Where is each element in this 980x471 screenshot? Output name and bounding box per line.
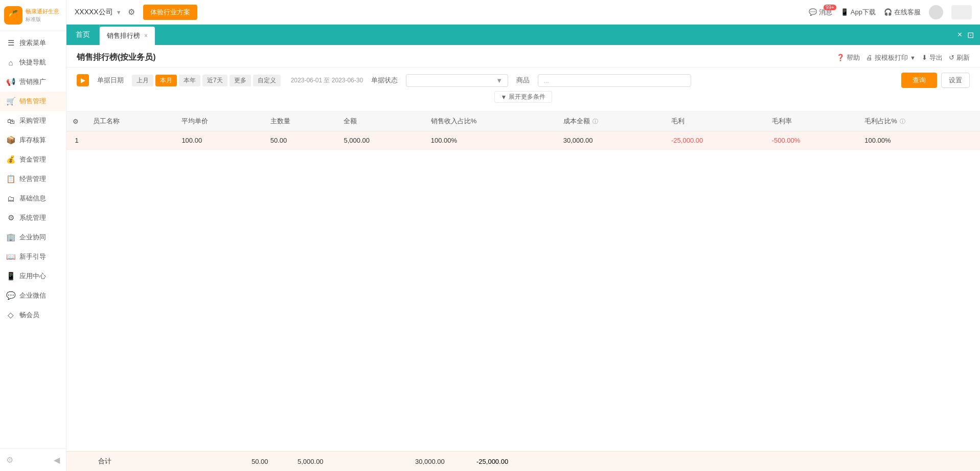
filter-toggle-btn[interactable]: ▶	[77, 74, 89, 86]
sidebar-label-search-order: 搜索菜单	[19, 38, 46, 48]
sidebar-item-app-center[interactable]: 📱应用中心	[0, 266, 66, 286]
export-btn[interactable]: ⬇ 导出	[922, 53, 943, 62]
goods-placeholder: ...	[543, 77, 549, 84]
query-btn[interactable]: 查询	[901, 73, 937, 88]
sidebar-icon-guide: 📖	[6, 252, 15, 261]
date-btn-prev-month[interactable]: 上月	[132, 75, 153, 86]
cost-info-icon: ⓘ	[592, 118, 598, 124]
service-label: 在线客服	[894, 8, 921, 17]
date-buttons: 上月 本月 本年 近7天 更多 自定义	[132, 75, 281, 86]
sidebar-icon-system: ⚙	[6, 213, 15, 222]
sidebar-icon-quick-nav: ⌂	[6, 58, 15, 67]
date-range: 2023-06-01 至 2023-06-30	[291, 76, 363, 85]
sidebar-item-search-order[interactable]: ☰搜索菜单	[0, 33, 66, 53]
sidebar-label-member: 畅会员	[19, 310, 39, 320]
sidebar-logo: 🍊 畅康通好生意 标准版	[0, 0, 66, 31]
sidebar-item-system[interactable]: ⚙系统管理	[0, 208, 66, 228]
app-icon: 📱	[840, 8, 849, 16]
th-avg-price: 平均单价	[175, 111, 264, 131]
table-footer: 合计 50.00 5,000.00 30,000.00 -25,000.00	[66, 451, 980, 471]
sidebar-label-basic-info: 基础信息	[19, 194, 46, 203]
cell-gross-rate: -500.00%	[766, 131, 859, 150]
date-btn-this-year[interactable]: 本年	[179, 75, 200, 86]
sidebar-item-inventory[interactable]: 📦库存核算	[0, 130, 66, 150]
tab-close-icon[interactable]: ×	[144, 32, 148, 39]
expand-btn[interactable]: ▼ 展开更多条件	[494, 91, 553, 103]
sidebar-icon-sales: 🛒	[6, 97, 15, 106]
th-name: 员工名称	[87, 111, 175, 131]
window-close-icon[interactable]: ×	[958, 30, 962, 39]
sidebar-item-operations[interactable]: 📋经营管理	[0, 169, 66, 189]
sidebar-item-member[interactable]: ◇畅会员	[0, 305, 66, 325]
service-btn[interactable]: 🎧 在线客服	[884, 8, 921, 17]
sidebar-icon-marketing: 📢	[6, 77, 15, 86]
th-settings[interactable]: ⚙	[66, 111, 87, 131]
company-selector[interactable]: XXXXX公司 ▼	[75, 8, 122, 17]
print-label: 按模板打印	[875, 53, 908, 62]
status-label: 单据状态	[371, 76, 398, 85]
sidebar-settings-icon[interactable]: ⚙	[6, 455, 13, 465]
refresh-btn[interactable]: ↺ 刷新	[949, 53, 970, 62]
th-qty: 主数量	[264, 111, 338, 131]
expand-row: ▼ 展开更多条件	[77, 88, 970, 106]
cell-gross-pct: 100.00%	[858, 131, 980, 150]
tab-active-label: 销售排行榜	[107, 31, 140, 40]
sidebar-item-enterprise[interactable]: 🏢企业协同	[0, 228, 66, 247]
table-container: ⚙ 员工名称 平均单价 主数量 全额 销售收入占比% 成本全额 ⓘ 毛利 毛利率…	[66, 111, 980, 451]
sidebar-icon-inventory: 📦	[6, 136, 15, 145]
th-total: 全额	[337, 111, 424, 131]
sidebar-item-purchase[interactable]: 🛍采购管理	[0, 111, 66, 130]
sidebar-label-system: 系统管理	[19, 213, 46, 222]
sidebar-collapse-icon[interactable]: ◀	[54, 455, 60, 465]
settings-btn[interactable]: 设置	[941, 73, 970, 88]
sidebar-item-finance[interactable]: 💰资金管理	[0, 150, 66, 169]
cell-total: 5,000.00	[337, 131, 424, 150]
gross-pct-info-icon: ⓘ	[900, 118, 905, 124]
tab-home[interactable]: 首页	[66, 25, 100, 45]
tab-home-label: 首页	[76, 30, 90, 39]
print-arrow-icon: ▼	[910, 55, 916, 61]
export-label: 导出	[929, 53, 943, 62]
sidebar-label-guide: 新手引导	[19, 252, 46, 261]
sidebar-footer: ⚙ ◀	[0, 448, 66, 471]
logo-icon: 🍊	[4, 6, 22, 25]
footer-qty: 50.00	[252, 458, 298, 465]
date-btn-this-month[interactable]: 本月	[155, 75, 177, 86]
sidebar-label-app-center: 应用中心	[19, 272, 46, 281]
help-btn[interactable]: ❓ 帮助	[836, 53, 860, 62]
app-label: App下载	[851, 8, 876, 17]
trial-btn[interactable]: 体验行业方案	[143, 5, 197, 20]
sidebar-item-quick-nav[interactable]: ⌂快捷导航	[0, 53, 66, 72]
footer-cells: 50.00 5,000.00 30,000.00 -25,000.00	[200, 458, 974, 465]
window-restore-icon[interactable]: ⊡	[967, 30, 974, 40]
user-avatar[interactable]	[929, 5, 943, 19]
date-btn-last7[interactable]: 近7天	[202, 75, 227, 86]
expand-icon: ▼	[501, 94, 507, 101]
cell-name	[87, 131, 175, 150]
user-name[interactable]	[951, 5, 972, 19]
sidebar-icon-app-center: 📱	[6, 272, 15, 281]
sidebar-item-wechat[interactable]: 💬企业微信	[0, 286, 66, 305]
sidebar-item-basic-info[interactable]: 🗂基础信息	[0, 189, 66, 208]
message-btn[interactable]: 💬 消息 99+	[809, 8, 832, 17]
goods-input[interactable]: ...	[538, 74, 691, 87]
tab-sales-ranking[interactable]: 销售排行榜 ×	[100, 27, 155, 45]
status-select[interactable]: ▼	[406, 74, 508, 87]
expand-label: 展开更多条件	[509, 93, 545, 101]
sidebar-icon-enterprise: 🏢	[6, 233, 15, 242]
app-download-btn[interactable]: 📱 App下载	[840, 8, 876, 17]
filter-right: 查询 设置	[901, 73, 970, 88]
sidebar-item-marketing[interactable]: 📢营销推广	[0, 72, 66, 92]
sidebar-icon-finance: 💰	[6, 155, 15, 164]
table-area: ⚙ 员工名称 平均单价 主数量 全额 销售收入占比% 成本全额 ⓘ 毛利 毛利率…	[66, 111, 980, 471]
cell-rank: 1	[66, 131, 87, 150]
footer-total: 5,000.00	[298, 458, 349, 465]
topbar-settings-icon[interactable]: ⚙	[128, 7, 135, 17]
sidebar-icon-wechat: 💬	[6, 291, 15, 300]
sidebar-item-guide[interactable]: 📖新手引导	[0, 247, 66, 266]
date-btn-more[interactable]: 更多	[230, 75, 251, 86]
service-icon: 🎧	[884, 8, 892, 16]
sidebar-item-sales[interactable]: 🛒销售管理	[0, 92, 66, 111]
print-btn[interactable]: 🖨 按模板打印 ▼	[866, 53, 916, 62]
date-btn-custom[interactable]: 自定义	[253, 75, 281, 86]
